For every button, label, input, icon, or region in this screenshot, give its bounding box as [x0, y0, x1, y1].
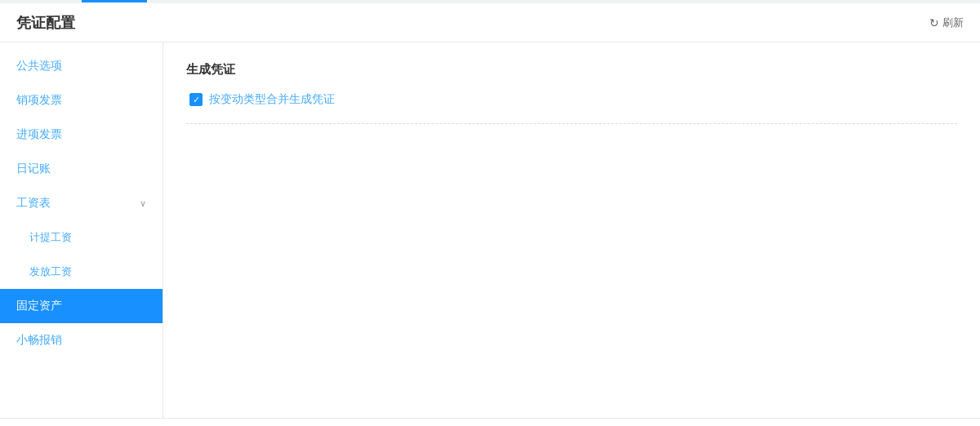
content-area: 生成凭证 ✓ 按变动类型合并生成凭证 — [163, 42, 980, 418]
sidebar-item-journal[interactable]: 日记账 — [0, 152, 163, 186]
merge-by-type-checkbox[interactable]: ✓ — [189, 93, 203, 106]
sidebar-item-label: 公共选项 — [16, 59, 62, 73]
checkbox-label[interactable]: 按变动类型合并生成凭证 — [209, 92, 335, 107]
top-nav-bar — [0, 0, 980, 3]
main-body: 公共选项 销项发票 进项发票 日记账 工资表 ∨ 计提工资 发放工资 — [0, 42, 980, 418]
refresh-icon: ↻ — [929, 16, 939, 29]
sidebar-item-expense-reimbursement[interactable]: 小畅报销 — [0, 323, 163, 357]
checkmark-icon: ✓ — [193, 95, 200, 104]
checkbox-row: ✓ 按变动类型合并生成凭证 — [186, 92, 957, 107]
chevron-down-icon: ∨ — [140, 198, 146, 209]
sidebar-item-label: 发放工资 — [29, 264, 72, 279]
refresh-button[interactable]: ↻ 刷新 — [929, 16, 964, 30]
refresh-label: 刷新 — [942, 16, 964, 30]
sidebar-item-sales-invoice[interactable]: 销项发票 — [0, 83, 163, 118]
sidebar-item-label: 固定资产 — [16, 299, 62, 313]
section-divider — [186, 123, 957, 124]
sidebar-item-label: 销项发票 — [16, 93, 62, 108]
sidebar-item-fixed-assets[interactable]: 固定资产 — [0, 289, 163, 323]
sidebar-item-pay-salary[interactable]: 发放工资 — [0, 255, 163, 289]
page-title: 凭证配置 — [16, 13, 75, 33]
page-footer: 保存 — [0, 418, 980, 426]
sidebar-item-label: 日记账 — [16, 162, 51, 176]
page-header: 凭证配置 ↻ 刷新 — [0, 3, 980, 42]
sidebar-item-label: 工资表 — [16, 196, 51, 211]
top-nav-indicator — [82, 0, 147, 2]
section-title: 生成凭证 — [186, 62, 957, 78]
sidebar-item-public-options[interactable]: 公共选项 — [0, 49, 163, 83]
sidebar-item-label: 小畅报销 — [16, 333, 62, 348]
sidebar-item-label: 计提工资 — [29, 230, 72, 245]
sidebar-item-payroll-table[interactable]: 工资表 ∨ — [0, 186, 163, 220]
page-wrapper: 凭证配置 ↻ 刷新 公共选项 销项发票 进项发票 日记账 工资表 ∨ — [0, 0, 980, 426]
sidebar-item-accrued-salary[interactable]: 计提工资 — [0, 220, 163, 255]
sidebar-item-purchase-invoice[interactable]: 进项发票 — [0, 118, 163, 152]
sidebar-item-label: 进项发票 — [16, 127, 62, 142]
sidebar: 公共选项 销项发票 进项发票 日记账 工资表 ∨ 计提工资 发放工资 — [0, 42, 163, 418]
